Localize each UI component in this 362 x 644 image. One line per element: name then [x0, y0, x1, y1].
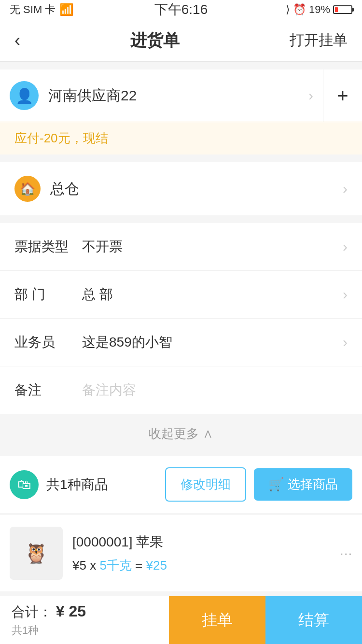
invoice-type-chevron: › [343, 238, 348, 255]
bottom-bar: 合计： ¥ 25 共1种 挂单 结算 [0, 596, 362, 644]
alarm-icon: ⏰ [293, 3, 306, 16]
page-title: 进货单 [130, 29, 180, 52]
department-row[interactable]: 部 门 总 部 › [0, 271, 362, 319]
products-header: 🛍 共1种商品 修改明细 🛒 选择商品 [0, 456, 362, 513]
department-chevron: › [343, 286, 348, 303]
product-equals-symbol: = [135, 558, 146, 573]
status-time: 下午6:16 [154, 0, 208, 19]
nav-bar: ‹ 进货单 打开挂单 [0, 19, 362, 62]
edit-detail-button[interactable]: 修改明细 [165, 467, 246, 502]
location-icon: ⟩ [286, 3, 290, 16]
salesperson-row[interactable]: 业务员 这是859的小智 › [0, 319, 362, 366]
status-bar: 无 SIM 卡 📶 下午6:16 ⟩ ⏰ 19% [0, 0, 362, 19]
alert-text: 应付-20元，现结 [14, 131, 108, 145]
department-label: 部 门 [14, 285, 72, 304]
product-code: [0000001] [72, 534, 133, 549]
remark-row[interactable]: 备注 备注内容 [0, 366, 362, 414]
cart-icon: 🛒 [268, 477, 284, 492]
product-price: ¥5 x 5千克 = ¥25 [72, 557, 330, 574]
product-item: 🦉 [0000001] 苹果 ¥5 x 5千克 = ¥25 ··· [0, 515, 362, 591]
supplier-selector[interactable]: 👤 河南供应商22 › [0, 70, 323, 122]
supplier-avatar: 👤 [10, 81, 39, 110]
product-title: 苹果 [136, 534, 163, 549]
warehouse-row[interactable]: 🏠 总仓 › [0, 162, 362, 215]
warehouse-name: 总仓 [50, 179, 338, 199]
remark-input[interactable]: 备注内容 [72, 381, 348, 399]
product-multiply-symbol: x [90, 558, 99, 573]
open-suspend-button[interactable]: 打开挂单 [290, 30, 348, 50]
checkout-button[interactable]: 结算 [265, 596, 362, 644]
total-label: 合计： [12, 604, 52, 619]
salesperson-chevron: › [343, 334, 348, 350]
product-unit-price: ¥5 [72, 558, 86, 573]
suspend-button[interactable]: 挂单 [169, 596, 265, 644]
product-name: [0000001] 苹果 [72, 533, 330, 551]
avatar-icon: 👤 [15, 87, 33, 104]
collapse-label: 收起更多 ∧ [149, 426, 213, 441]
form-section: 票据类型 不开票 › 部 门 总 部 › 业务员 这是859的小智 › 备注 备… [0, 223, 362, 414]
salesperson-label: 业务员 [14, 333, 72, 351]
product-more-button[interactable]: ··· [339, 545, 352, 562]
wifi-icon: 📶 [59, 3, 74, 16]
sim-label: 无 SIM 卡 [10, 2, 56, 17]
battery-percent: 19% [309, 3, 330, 16]
product-total: ¥25 [146, 558, 167, 573]
back-button[interactable]: ‹ [14, 30, 20, 51]
total-section: 合计： ¥ 25 共1种 [0, 596, 169, 644]
remark-label: 备注 [14, 381, 72, 399]
product-quantity: 5千克 [99, 558, 131, 573]
status-right: ⟩ ⏰ 19% [286, 3, 352, 16]
warehouse-icon: 🏠 [14, 176, 41, 202]
more-icon: ··· [339, 545, 352, 562]
product-info: [0000001] 苹果 ¥5 x 5千克 = ¥25 [72, 533, 330, 574]
invoice-type-value: 不开票 [72, 238, 338, 256]
product-placeholder-icon: 🦉 [24, 542, 48, 565]
warehouse-chevron-icon: › [343, 181, 348, 197]
product-thumbnail: 🦉 [10, 527, 63, 580]
add-supplier-button[interactable]: + [323, 70, 362, 122]
total-sub: 共1种 [12, 623, 157, 638]
alert-row: 应付-20元，现结 [0, 122, 362, 154]
separator-1 [0, 62, 362, 70]
invoice-type-row[interactable]: 票据类型 不开票 › [0, 223, 362, 271]
supplier-name: 河南供应商22 [48, 86, 304, 106]
supplier-section: 👤 河南供应商22 › + [0, 70, 362, 122]
products-icon: 🛍 [10, 470, 39, 499]
status-left: 无 SIM 卡 📶 [10, 2, 74, 17]
select-product-label: 选择商品 [288, 476, 338, 493]
warehouse-icon-symbol: 🏠 [20, 182, 35, 196]
salesperson-value: 这是859的小智 [72, 333, 338, 351]
products-icon-symbol: 🛍 [17, 476, 31, 492]
battery-icon [333, 5, 352, 14]
total-amount: ¥ 25 [56, 602, 86, 620]
products-count: 共1种商品 [46, 476, 157, 494]
collapse-row[interactable]: 收起更多 ∧ [0, 414, 362, 454]
chevron-right-icon: › [308, 87, 313, 104]
department-value: 总 部 [72, 285, 338, 304]
select-product-button[interactable]: 🛒 选择商品 [254, 468, 352, 501]
invoice-type-label: 票据类型 [14, 238, 72, 256]
total-line: 合计： ¥ 25 [12, 602, 157, 621]
